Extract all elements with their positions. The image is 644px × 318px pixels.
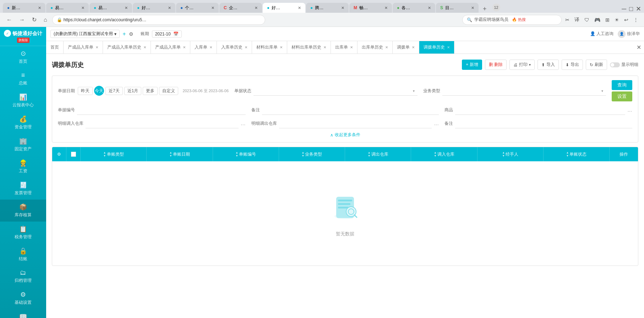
- detail-out-more-icon[interactable]: …: [434, 121, 439, 126]
- close-all-tabs-button[interactable]: ✕: [637, 44, 644, 51]
- browser-tab-1[interactable]: ● 新… ✕: [3, 3, 45, 13]
- tab-close-3[interactable]: ✕: [125, 6, 128, 10]
- delete-button[interactable]: 删 删除: [485, 60, 507, 70]
- game-icon[interactable]: 🎮: [593, 16, 602, 24]
- page-tab-product-in-history[interactable]: 产成品入库单历史 ✕: [103, 41, 151, 54]
- page-tab-close-stock-in[interactable]: ✕: [209, 45, 212, 49]
- date-btn-custom[interactable]: 自定义: [159, 87, 178, 95]
- remarks2-input[interactable]: [455, 118, 632, 128]
- page-tab-product-in[interactable]: 产成品入库单 ✕: [64, 41, 103, 54]
- page-tab-home[interactable]: 首页: [46, 41, 64, 54]
- th-in-warehouse[interactable]: ▲ ▼ 调入仓库: [411, 147, 477, 161]
- sidebar-item-home[interactable]: ⊙ 首页: [0, 46, 46, 68]
- import-button[interactable]: ⬆ 导入: [537, 60, 559, 70]
- address-bar[interactable]: 🔒 https://cloud.chanjet.com/accounting/u…: [52, 15, 265, 25]
- tab-close-8[interactable]: ✕: [341, 6, 344, 10]
- period-value[interactable]: 2021-10 📅: [152, 30, 182, 38]
- sidebar-item-settings[interactable]: ⚙ 基础设置: [0, 287, 46, 309]
- browser-tab-7[interactable]: ● 好… ✕: [263, 3, 305, 13]
- browser-tab-11[interactable]: S 目… ✕: [436, 3, 479, 13]
- date-btn-today[interactable]: 今天: [94, 86, 104, 96]
- sidebar-item-report[interactable]: 📊 云报表中心: [0, 90, 46, 112]
- page-tab-transfer-history[interactable]: 调拨单历史 ✕: [419, 41, 454, 54]
- th-out-warehouse[interactable]: ▲ ▼ 调出仓库: [345, 147, 411, 161]
- goods-input[interactable]: [455, 105, 625, 115]
- page-tab-close-material-out[interactable]: ✕: [280, 45, 283, 49]
- tab-close-5[interactable]: ✕: [211, 6, 214, 10]
- tab-close-1[interactable]: ✕: [38, 6, 41, 10]
- export-button[interactable]: ⬇ 导出: [562, 60, 583, 70]
- th-handler[interactable]: ▲ ▼ 经手人: [477, 147, 544, 161]
- maximize-button[interactable]: □: [629, 5, 633, 13]
- page-tab-close-product-in-history[interactable]: ✕: [143, 45, 146, 49]
- page-tab-stock-in[interactable]: 入库单 ✕: [190, 41, 217, 54]
- sidebar-item-guide[interactable]: 📖 新手引导: [0, 309, 46, 318]
- detail-in-more-icon[interactable]: …: [241, 121, 246, 126]
- grid-icon[interactable]: ⊞: [604, 16, 611, 24]
- sidebar-item-asset[interactable]: 🏢 固定资产: [0, 134, 46, 156]
- translate-icon[interactable]: 译: [573, 15, 581, 24]
- page-tab-close-material-out-history[interactable]: ✕: [323, 45, 326, 49]
- undo-icon[interactable]: ↩: [623, 16, 630, 24]
- collapse-filters-button[interactable]: ∧ 收起更多条件: [58, 132, 632, 138]
- browser-tab-2[interactable]: ● 易… ✕: [46, 3, 89, 13]
- theme-icon[interactable]: ☀: [613, 16, 621, 24]
- search-bar[interactable]: 🔍 学霸应聘场驱鸟员 🔥 热搜: [462, 15, 562, 25]
- browser-tab-8[interactable]: ● 腾… ✕: [306, 3, 349, 13]
- date-btn-yesterday[interactable]: 昨天: [78, 87, 93, 95]
- status-select[interactable]: [253, 86, 417, 96]
- th-doc-type[interactable]: ▲ ▼ 单账类型: [81, 147, 147, 161]
- company-selector[interactable]: (勿删勿禁用) 江西服宝测试专用 ▾: [50, 30, 120, 38]
- browser-tab-3[interactable]: ● 易… ✕: [89, 3, 132, 13]
- th-doc-date[interactable]: ▲ ▼ 单账日期: [147, 147, 213, 161]
- scissors-icon[interactable]: ✂: [564, 16, 571, 24]
- page-tab-close-transfer[interactable]: ✕: [412, 45, 415, 49]
- page-tab-close-out-history[interactable]: ✕: [385, 45, 388, 49]
- sidebar-item-close[interactable]: 🔒 结账: [0, 244, 46, 266]
- page-tab-transfer[interactable]: 调拨单 ✕: [393, 41, 419, 54]
- minimize-button[interactable]: ─: [622, 5, 626, 13]
- user-avatar[interactable]: 👤 徐泽华: [618, 30, 640, 38]
- browser-tab-5[interactable]: ● 个… ✕: [176, 3, 219, 13]
- page-tab-out-history[interactable]: 出库单历史 ✕: [358, 41, 393, 54]
- th-biz-type[interactable]: ▲ ▼ 业务类型: [279, 147, 345, 161]
- consult-button[interactable]: 👤 人工咨询: [590, 31, 613, 37]
- browser-tab-9[interactable]: M 畅… ✕: [349, 3, 392, 13]
- tab-close-7[interactable]: ✕: [298, 6, 301, 10]
- select-all-checkbox[interactable]: [71, 152, 76, 157]
- sidebar-item-tax[interactable]: 📋 税务管理: [0, 222, 46, 244]
- search-button[interactable]: 查询: [612, 80, 632, 90]
- page-tab-close-product-in[interactable]: ✕: [95, 45, 98, 49]
- browser-tab-6[interactable]: C 企… ✕: [219, 3, 262, 13]
- th-check[interactable]: [66, 147, 81, 161]
- tab-close-2[interactable]: ✕: [81, 6, 84, 10]
- sidebar-item-invoice[interactable]: 🧾 发票管理: [0, 178, 46, 200]
- page-tab-product-in2[interactable]: 产成品入库单 ✕: [151, 41, 190, 54]
- tab-close-9[interactable]: ✕: [384, 6, 388, 10]
- page-tab-close-stock-in-history[interactable]: ✕: [245, 45, 247, 49]
- page-tab-material-out-history[interactable]: 材料出库单历史 ✕: [287, 41, 331, 54]
- sidebar-item-fund[interactable]: 💰 资金管理: [0, 112, 46, 134]
- add-button[interactable]: + 新增: [462, 60, 482, 70]
- refresh-button[interactable]: ↻: [30, 15, 39, 24]
- page-tab-out[interactable]: 出库单 ✕: [331, 41, 358, 54]
- company-settings-icon[interactable]: ⚙: [129, 31, 133, 37]
- refresh-page-button[interactable]: ↻ 刷新: [586, 60, 607, 70]
- tab-close-6[interactable]: ✕: [255, 6, 258, 10]
- page-tab-stock-in-history[interactable]: 入库单历史 ✕: [217, 41, 252, 54]
- tab-close-4[interactable]: ✕: [168, 6, 171, 10]
- new-tab-button[interactable]: +: [479, 5, 490, 13]
- page-tab-material-out[interactable]: 材料出库单 ✕: [252, 41, 287, 54]
- close-window-button[interactable]: ✕: [636, 5, 641, 13]
- menu-icon[interactable]: ⋮: [632, 16, 640, 24]
- home-button[interactable]: ⌂: [42, 15, 49, 24]
- back-button[interactable]: ←: [4, 15, 14, 24]
- page-tab-close-out[interactable]: ✕: [350, 45, 353, 49]
- tab-close-10[interactable]: ✕: [428, 6, 431, 10]
- detail-out-input[interactable]: [279, 118, 432, 128]
- th-gear[interactable]: ⚙: [52, 147, 66, 161]
- display-cols-toggle[interactable]: 显示明细: [610, 62, 638, 68]
- th-doc-status[interactable]: ▲ ▼ 单账状态: [544, 147, 610, 161]
- doc-num-input[interactable]: [77, 105, 246, 115]
- date-btn-1month[interactable]: 近1月: [124, 87, 142, 95]
